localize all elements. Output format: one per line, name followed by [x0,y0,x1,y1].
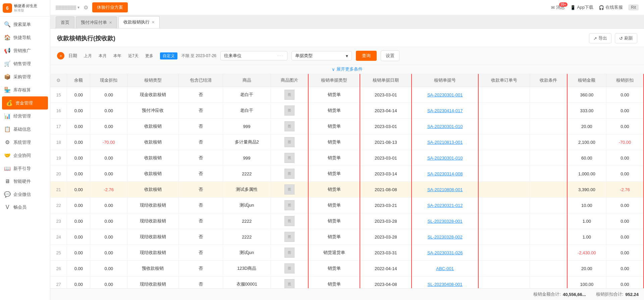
cell-doc-type: 销货单 [308,213,360,229]
online-service-button[interactable]: 🎧 在线客服 [599,4,623,10]
cell-receipt-order [478,261,530,276]
expand-filter-button[interactable]: ∨ 展开更多条件 [332,66,363,72]
type-select[interactable]: 单据类型 ▾ [291,51,352,60]
query-button[interactable]: 查询 [356,51,377,61]
type-dropdown-icon: ▾ [346,53,348,58]
cell-doc-no[interactable]: ABC-001 [412,261,478,276]
cell-cash-discount: -2.76 [90,182,127,198]
sidebar-item-finance[interactable]: 💰资金管理 [2,96,48,110]
date-option-上月[interactable]: 上月 [81,52,95,59]
cell-writeoff-discount: 0.00 [606,198,644,213]
sidebar-item-basic[interactable]: 📋基础信息 [0,123,50,136]
table-container[interactable]: ⚙ 余额 现金折扣 核销类型 包含已结清 商品 商品图片 核销单据类型 核销单据… [50,74,644,288]
sidebar-label-operations: 经营管理 [13,113,31,119]
col-include-cleared: 包含已结清 [178,74,223,87]
cell-doc-no[interactable]: SL-20230328-001 [412,213,478,229]
tab-receipt[interactable]: 收款核销执行✕ [118,16,160,28]
cell-doc-no[interactable]: SA-20230321-012 [412,198,478,213]
cell-goods: 测试多属性 [223,182,271,198]
cell-doc-no[interactable]: SA-20230301-010 [412,150,478,166]
cell-goods: 2222 [223,229,271,245]
total-discount-label: 核销折扣合计: [596,291,624,297]
cell-doc-no[interactable]: SA-20230331-026 [412,245,478,261]
date-option-本月[interactable]: 本月 [96,52,109,59]
refresh-button[interactable]: ↺ 刷新 [615,33,637,43]
cell-doc-no[interactable]: SA-20210808-001 [412,182,478,198]
tab-close-receipt[interactable]: ✕ [152,20,155,25]
total-amount-label: 核销金额合计: [533,291,561,297]
user-info[interactable]: Rit [628,4,639,10]
cell-balance: 0.00 [67,276,90,289]
goods-img: 图 [284,90,294,100]
cell-doc-date: 2023-03-28 [360,229,412,245]
date-option-本年[interactable]: 本年 [111,52,124,59]
sidebar-item-inventory[interactable]: 🏪库存核算 [0,83,50,96]
cell-include-cleared: 否 [178,261,223,276]
sidebar-item-member[interactable]: V畅会员 [0,201,50,214]
cell-receipt-cond [530,213,567,229]
date-options: 上月本月本年近7天更多 [81,52,156,59]
cell-receipt-cond [530,150,567,166]
cell-doc-no[interactable]: SA-20230414-017 [412,103,478,119]
col-settings[interactable]: ⚙ [50,74,67,87]
cell-doc-no[interactable]: SA-20230301-001 [412,87,478,103]
custom-date-button[interactable]: 自定义 [160,52,177,59]
sidebar-item-quick-nav[interactable]: 🏠快捷导航 [0,31,50,44]
col-writeoff-discount: 核销折扣 [606,74,644,87]
cell-doc-no[interactable]: SA-20230301-010 [412,119,478,134]
sidebar-label-quick-nav: 快捷导航 [13,35,31,41]
cell-cash-discount: -70.00 [90,134,127,150]
page-title: 收款核销执行(按收款) [57,34,115,42]
export-button[interactable]: ↗ 导出 [589,33,611,43]
filter-settings-button[interactable]: 设置 [381,50,399,61]
cell-doc-no[interactable]: SL-20230328-002 [412,229,478,245]
workspace-selector[interactable]: ▓▓▓▓▓▓▓ ▾ [56,5,79,10]
col-writeoff-amount: 核销金额 [567,74,606,87]
goods-img: 图 [284,169,294,179]
sidebar-item-operations[interactable]: 📊经营管理 [0,110,50,123]
solution-button[interactable]: 休验行业方案 [92,2,128,12]
basic-icon: 📋 [4,126,11,132]
settings-icon[interactable]: ⚙ [84,4,88,11]
cell-receipt-cond [530,182,567,198]
cell-doc-no[interactable]: SL-20230408-001 [412,276,478,289]
sidebar-item-enterprise[interactable]: 🤝企业协同 [0,149,50,162]
cell-receipt-order [478,276,530,289]
tab-close-prepay[interactable]: ✕ [109,20,112,25]
quick-nav-icon: 🏠 [4,34,11,41]
filter-toggle-button[interactable]: » [57,52,64,59]
sidebar-item-purchase[interactable]: 📦采购管理 [0,70,50,83]
cell-writeoff-type: 现结收款核销 [127,213,179,229]
cell-writeoff-type: 收款核销 [127,166,179,182]
unit-input[interactable]: 往来单位 ··· [220,51,287,60]
cell-writeoff-amount: 100.00 [567,276,606,289]
sidebar-item-marketing[interactable]: 📢营销推广 [0,44,50,57]
cell-balance: 0.00 [67,229,90,245]
sidebar-item-hardware[interactable]: 🖥智能硬件 [0,175,50,188]
marketing-icon: 📢 [4,47,11,54]
cell-receipt-order [478,134,530,150]
tab-home[interactable]: 首页 [56,16,74,28]
cell-doc-no[interactable]: SA-20210813-001 [412,134,478,150]
cell-include-cleared: 否 [178,229,223,245]
date-option-更多[interactable]: 更多 [143,52,156,59]
date-option-近7天[interactable]: 近7天 [125,52,141,59]
cell-cash-discount: 0.00 [90,150,127,166]
total-discount-value: 952.24 [625,292,639,297]
page-header-actions: ↗ 导出 ↺ 刷新 [589,33,637,43]
sidebar-item-wechat[interactable]: 💬企业微信 [0,188,50,201]
cell-doc-no[interactable]: SA-20230314-008 [412,166,478,182]
tab-prepay[interactable]: 预付冲应付单✕ [76,16,117,28]
messages-button[interactable]: ✉ 消息 99+ [551,4,565,10]
cell-goods: 测试jun [223,198,271,213]
sidebar-item-search[interactable]: 🔍搜索菜单 [0,18,50,31]
sidebar-item-sales[interactable]: 🛒销售管理 [0,57,50,70]
app-download-button[interactable]: 📱 App下载 [570,4,593,10]
table-row: 20 0.00 0.00 收款核销 否 2222 图 销货单 2023-03-1… [50,166,644,182]
sidebar-item-system[interactable]: ⚙系统管理 [0,136,50,149]
cell-receipt-cond [530,134,567,150]
sidebar-item-guide[interactable]: 📖新手引导 [0,162,50,175]
cell-cash-discount: 0.00 [90,213,127,229]
table-row: 24 0.00 0.00 现结收款核销 否 2222 图 销货单 2023-03… [50,229,644,245]
member-icon: V [4,204,11,210]
